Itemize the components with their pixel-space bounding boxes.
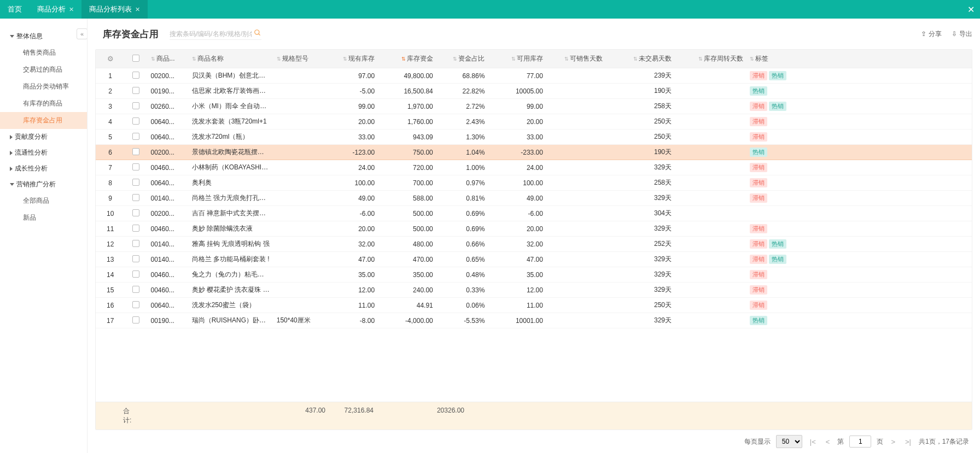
tags-cell: 滞销 [746,298,972,313]
top-tab[interactable]: 商品分析✕ [30,0,81,19]
table-row[interactable]: 600200...景德镇北欧陶瓷花瓶摆件 优-123.00750.001.04%… [96,145,972,160]
table-row[interactable]: 400640...洗发水套装（3瓶720ml+120.001,760.002.4… [96,114,972,130]
sidebar-group-title[interactable]: 贡献度分析 [0,129,87,145]
col-stock[interactable]: ⇅现有库存 [320,50,378,68]
col-product-name[interactable]: ⇅商品名称 [189,50,273,68]
row-checkbox[interactable] [132,163,139,170]
col-saledays[interactable]: ⇅可销售天数 [546,50,606,68]
tag-slow: 滞销 [750,102,767,111]
export-button[interactable]: ⇩ 导出 [952,30,972,39]
row-checkbox[interactable] [132,209,139,216]
sidebar-item[interactable]: 有库存的商品 [0,95,87,112]
table-row[interactable]: 300260...小米（MI）雨伞 全自动折叠99.001,970.002.72… [96,99,972,114]
sidebar-item[interactable]: 销售类商品 [0,44,87,61]
table-row[interactable]: 1200140...雅高 挂钩 无痕透明粘钩 强32.00480.000.66%… [96,237,972,252]
col-spec[interactable]: ⇅规格型号 [273,50,320,68]
tag-slow: 滞销 [750,117,767,126]
col-ratio[interactable]: ⇅资金占比 [436,50,488,68]
table-row[interactable]: 1500460...奥妙 樱花柔护 洗衣凝珠 1012.00240.000.33… [96,283,972,298]
select-all-checkbox[interactable] [125,50,147,68]
share-button[interactable]: ⇪ 分享 [921,30,942,39]
col-turndays[interactable]: ⇅库存周转天数 [675,50,746,68]
search-box[interactable] [170,28,261,40]
tag-hot: 热销 [769,102,786,111]
close-tab-icon[interactable]: ✕ [135,6,140,13]
table-row[interactable]: 1000200...吉百 禅意新中式玄关摆件客-6.00500.000.69%-… [96,206,972,221]
row-checkbox[interactable] [132,194,139,201]
svg-point-0 [255,30,259,34]
sidebar-group-title[interactable]: 成长性分析 [0,161,87,177]
collapse-sidebar-button[interactable]: « [77,28,88,39]
search-icon[interactable] [254,29,261,38]
col-notradedays[interactable]: ⇅未交易天数 [606,50,675,68]
table-row[interactable]: 100200...贝汉美（BHM）创意北欧陶97.0049,800.0068.8… [96,68,972,84]
table-row[interactable]: 1300140...尚格兰 多功能马桶刷套装 !47.00470.000.65%… [96,252,972,267]
table-row[interactable]: 500640...洗发水720ml（瓶）33.00943.091.30%33.0… [96,130,972,145]
close-tab-icon[interactable]: ✕ [69,6,74,13]
chevron-right-icon [10,151,13,155]
table-row[interactable]: 1400460...兔之力（兔の力）粘毛器黏35.00350.000.48%35… [96,267,972,283]
col-product-code[interactable]: ⇅商品... [148,50,189,68]
search-input[interactable] [170,30,252,38]
row-checkbox[interactable] [132,117,139,125]
row-checkbox[interactable] [132,72,139,79]
sidebar-item[interactable]: 商品分类动销率 [0,78,87,95]
sidebar-group-title[interactable]: 营销推广分析 [0,177,87,192]
tag-slow: 滞销 [750,285,767,295]
tag-slow: 滞销 [750,178,767,187]
tag-hot: 热销 [750,148,767,157]
tag-slow: 滞销 [750,255,767,264]
row-checkbox[interactable] [132,225,139,232]
col-avail[interactable]: ⇅可用库存 [488,50,546,68]
row-checkbox[interactable] [132,286,139,293]
row-checkbox[interactable] [132,179,139,186]
column-settings[interactable]: ⚙ [96,50,125,68]
sidebar-group-title[interactable]: 流通性分析 [0,145,87,161]
top-tab[interactable]: 商品分析列表✕ [81,0,148,19]
tags-cell: 滞销 [746,130,972,145]
table-row[interactable]: 1700190...瑞尚（RUISHANG）卧室卧150*40厘米-8.00-4… [96,313,972,328]
row-checkbox[interactable] [132,87,139,94]
col-fund[interactable]: ⇅库存资金 [378,50,436,68]
tags-cell: 滞销热销 [746,99,972,114]
row-checkbox[interactable] [132,148,139,155]
table-row[interactable]: 200190...信思家 北欧客厅装饰画卧室-5.0016,500.8422.8… [96,84,972,99]
tag-hot: 热销 [769,71,786,80]
last-page-button[interactable]: >| [903,438,913,446]
tag-hot: 热销 [750,316,767,325]
row-checkbox[interactable] [132,301,139,308]
top-tab-bar: 首页商品分析✕商品分析列表✕ ✕ [0,0,980,19]
row-checkbox[interactable] [132,240,139,247]
table-row[interactable]: 900140...尚格兰 强力无痕免打孔浴室49.00588.000.81%49… [96,191,972,206]
first-page-button[interactable]: |< [808,438,818,446]
tags-cell: 滞销 [746,114,972,130]
row-checkbox[interactable] [132,316,139,323]
sidebar-item[interactable]: 库存资金占用 [0,112,87,129]
sidebar-item[interactable]: 新品 [0,209,87,226]
tag-slow: 滞销 [750,163,767,172]
tags-cell: 滞销 [746,221,972,237]
sidebar-item[interactable]: 交易过的商品 [0,61,87,78]
row-checkbox[interactable] [132,102,139,109]
close-workspace-icon[interactable]: ✕ [967,0,975,19]
row-checkbox[interactable] [132,133,139,140]
row-checkbox[interactable] [132,255,139,262]
sidebar-item[interactable]: 全部商品 [0,192,87,209]
table-row[interactable]: 1100460...奥妙 除菌除螨洗衣液20.00500.000.69%20.0… [96,221,972,237]
page-size-select[interactable]: 50 [776,435,802,448]
sidebar-group-title[interactable]: 整体信息 [0,28,87,44]
top-tab[interactable]: 首页 [0,0,30,19]
page-summary: 共1页，17条记录 [919,437,969,446]
table-row[interactable]: 700460...小林制药（KOBAYASHI）日24.00720.001.00… [96,160,972,175]
col-tags[interactable]: ⇅标签 [746,50,972,68]
chevron-down-icon [10,35,14,38]
prev-page-button[interactable]: < [824,438,832,446]
data-table: ⚙ ⇅商品... ⇅商品名称 ⇅规格型号 ⇅现有库存 ⇅库存资金 ⇅资金占比 ⇅… [95,49,972,430]
next-page-button[interactable]: > [889,438,897,446]
tags-cell: 热销 [746,313,972,328]
row-checkbox[interactable] [132,270,139,278]
table-row[interactable]: 800640...奥利奥100.00700.000.97%100.00258天滞… [96,175,972,191]
table-row[interactable]: 1600640...洗发水250蜜兰（袋）11.0044.910.06%11.0… [96,298,972,313]
page-number-input[interactable] [849,436,871,448]
tag-slow: 滞销 [750,301,767,310]
